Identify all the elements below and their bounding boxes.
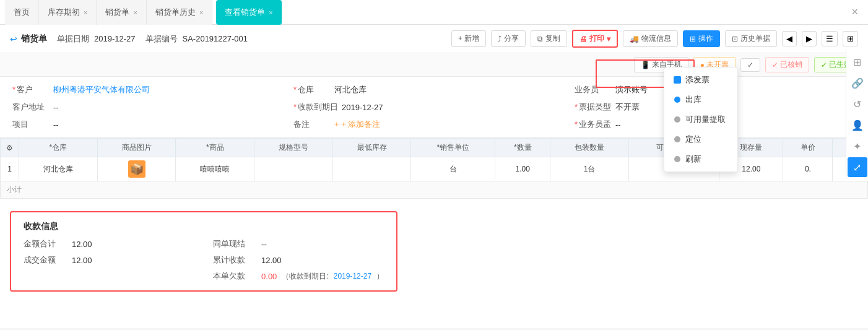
refresh-icon <box>673 155 682 163</box>
th-min-stock: 最低库存 <box>332 139 411 157</box>
product-image: 📦 <box>128 160 145 178</box>
owed-suffix: （收款到期日: <box>282 271 328 282</box>
total-label: 金额合计 <box>24 238 67 250</box>
nav-next-button[interactable]: ▶ <box>802 31 817 46</box>
note-add[interactable]: + + 添加备注 <box>334 119 380 130</box>
row-warehouse: 河北仓库 <box>19 157 98 181</box>
staff2-label: 业务员孟 <box>575 119 612 130</box>
tab-home-label: 首页 <box>14 7 30 18</box>
doc-header: ↩ 销货单 单据日期 2019-12-27 单据编号 SA-20191227-0… <box>0 25 868 53</box>
address-label: 客户地址 <box>12 102 50 113</box>
logistics-button[interactable]: 🚚 物流信息 <box>623 30 678 47</box>
accumulated-value: 12.00 <box>261 256 282 265</box>
payment-grid: 金额合计 12.00 同单现结 -- 成交金额 12.00 累计收款 12.00 <box>24 238 384 282</box>
print-icon: 🖨 <box>579 35 587 43</box>
dropdown-add-invoice[interactable]: 添发票 <box>664 70 737 90</box>
tab-inventory-close[interactable]: × <box>84 9 87 16</box>
tab-sales-history-close[interactable]: × <box>199 9 203 16</box>
row-seq: 1 <box>1 157 19 181</box>
row-qty: 1.00 <box>495 157 550 181</box>
payment-box: 收款信息 金额合计 12.00 同单现结 -- 成交金额 12.00 <box>10 211 397 292</box>
same-order-row: 同单现结 -- <box>213 238 384 250</box>
tab-view-sales[interactable]: 查看销货单 × <box>216 0 282 25</box>
th-qty: *数量 <box>495 139 550 157</box>
warehouse-row: 仓库 河北仓库 <box>293 84 575 95</box>
doc-title: 销货单 <box>21 33 47 45</box>
tab-inventory[interactable]: 库存期初 × <box>39 0 97 25</box>
nav-prev-button[interactable]: ◀ <box>782 31 797 46</box>
grid-view-button[interactable]: ☰ <box>822 31 838 46</box>
dropdown-locate[interactable]: 定位 <box>664 129 737 149</box>
tab-sales-history[interactable]: 销货单历史 × <box>147 0 212 25</box>
tab-view-sales-label: 查看销货单 <box>225 7 265 18</box>
subtotal-row: 小计 <box>1 181 868 199</box>
tab-sales[interactable]: 销货单 × <box>97 0 146 25</box>
share-label: 分享 <box>504 33 519 44</box>
warehouse-label: 仓库 <box>293 84 331 95</box>
th-gear[interactable]: ⚙ <box>1 139 19 157</box>
sidebar-icon-4[interactable]: 👤 <box>848 115 867 135</box>
row-min-stock <box>332 157 411 181</box>
th-price: 单价 <box>783 139 833 157</box>
project-row: 项目 -- <box>12 119 293 130</box>
doc-no-label: 单据编号 SA-20191227-001 <box>145 33 248 45</box>
confirm-button[interactable]: ✓ <box>740 58 760 72</box>
tab-inventory-label: 库存期初 <box>48 7 80 18</box>
dropdown-available[interactable]: 可用量提取 <box>664 110 737 129</box>
print-label: 打印 <box>589 33 604 44</box>
same-order-label: 同单现结 <box>213 238 256 250</box>
tab-sales-close[interactable]: × <box>133 9 137 16</box>
list-view-button[interactable]: ⊞ <box>843 31 858 46</box>
dropdown-outbound[interactable]: 出库 <box>664 90 737 110</box>
right-sidebar: ⊞ 🔗 ↺ 👤 ✦ ⤢ <box>846 50 868 180</box>
total-value: 12.00 <box>72 240 92 249</box>
tab-sales-history-label: 销货单历史 <box>155 7 196 18</box>
tab-sales-label: 销货单 <box>105 7 129 18</box>
sidebar-icon-1[interactable]: ⊞ <box>848 52 867 72</box>
th-product: *商品 <box>176 139 254 157</box>
copy-button[interactable]: ⧉ 复制 <box>531 30 567 47</box>
logistics-label: 物流信息 <box>641 33 671 44</box>
subtotal-label: 小计 <box>1 181 868 199</box>
payment-date-value: 2019-12-27 <box>342 103 383 112</box>
th-unit: *销售单位 <box>411 139 495 157</box>
share-button[interactable]: ⤴ 分享 <box>491 30 526 47</box>
customer-value[interactable]: 柳州粤港平安气体有限公司 <box>53 84 150 95</box>
sidebar-icon-5[interactable]: ✦ <box>848 136 867 156</box>
confirm-icon: ✓ <box>747 61 753 69</box>
doc-date-value: 2019-12-27 <box>94 34 136 43</box>
sidebar-icon-expand[interactable]: ⤢ <box>848 157 867 177</box>
print-button[interactable]: 🖨 打印 ▾ <box>572 30 618 48</box>
ops-label: 操作 <box>698 33 713 44</box>
accumulated-row: 累计收款 12.00 <box>213 254 384 266</box>
tab-view-sales-close[interactable]: × <box>269 9 272 16</box>
tab-home[interactable]: 首页 <box>5 0 39 25</box>
tab-bar-close-btn[interactable]: × <box>846 6 863 19</box>
address-row: 客户地址 -- <box>12 102 293 113</box>
tab-bar: 首页 库存期初 × 销货单 × 销货单历史 × 查看销货单 × × <box>0 0 868 25</box>
effect-icon: ✓ <box>821 61 827 69</box>
locate-label: 定位 <box>685 134 701 145</box>
new-label: + 新增 <box>458 33 479 44</box>
row-price: 0. <box>783 157 833 181</box>
row-unit: 台 <box>411 157 495 181</box>
dropdown-refresh[interactable]: 刷新 <box>664 149 737 169</box>
new-button[interactable]: + 新增 <box>451 30 486 47</box>
doc-type-icon: ↩ <box>10 34 17 44</box>
customer-row: 客户 柳州粤港平安气体有限公司 <box>12 84 293 95</box>
sidebar-icon-3[interactable]: ↺ <box>848 94 867 114</box>
refresh-label: 刷新 <box>685 154 701 165</box>
accumulated-label: 累计收款 <box>213 254 256 266</box>
add-invoice-icon <box>673 76 682 84</box>
history-button[interactable]: ⊡ 历史单据 <box>725 30 777 47</box>
history-icon: ⊡ <box>732 35 738 43</box>
payment-date-row: 收款到期日 2019-12-27 <box>293 102 575 113</box>
ops-button[interactable]: ⊞ 操作 <box>683 30 720 47</box>
available-icon <box>673 115 682 124</box>
staff-value: 演示账号 <box>615 84 648 95</box>
staff-label: 业务员 <box>575 84 612 95</box>
payment-date-label: 收款到期日 <box>293 102 338 113</box>
outbound-icon <box>673 95 682 104</box>
doc-meta: 单据日期 2019-12-27 单据编号 SA-20191227-001 <box>57 33 248 45</box>
sidebar-icon-2[interactable]: 🔗 <box>848 73 867 93</box>
